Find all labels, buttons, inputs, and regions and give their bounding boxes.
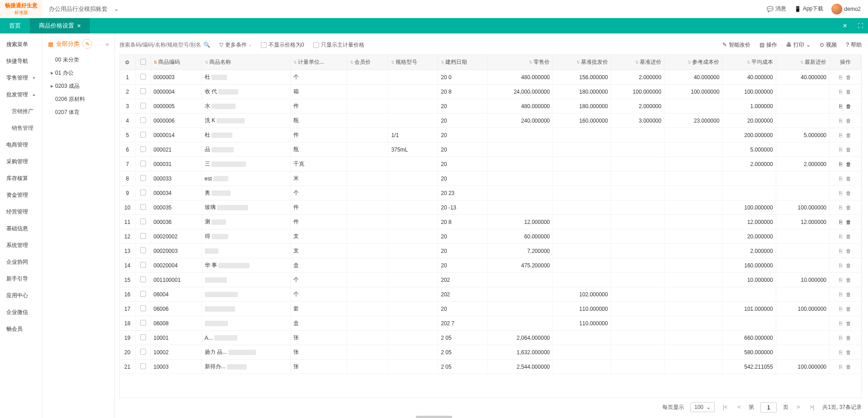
sidebar-item-inventory[interactable]: 库存核算: [0, 170, 42, 187]
sidebar-item-appcenter[interactable]: 应用中心: [0, 287, 42, 304]
table-row[interactable]: 10000035玻璃 件20 -13100.000000100.000000⎘🗑: [120, 200, 861, 215]
column-header[interactable]: ⇅计量单位...: [290, 55, 347, 70]
prev-page[interactable]: <: [736, 403, 742, 411]
column-header[interactable]: ⇅商品名称: [202, 55, 290, 70]
table-row[interactable]: 30000005水 件20480.000000180.0000002.00000…: [120, 99, 861, 114]
column-header[interactable]: [135, 55, 151, 70]
table-row[interactable]: 1400020004华 事 盒20475.200000160.000000⎘🗑: [120, 258, 861, 273]
search-input[interactable]: [119, 42, 201, 48]
more-filters[interactable]: ▽更多条件⌄: [219, 41, 252, 49]
ops-button[interactable]: ▤ 操作: [760, 41, 777, 49]
row-actions[interactable]: ⎘🗑: [832, 176, 858, 182]
column-header[interactable]: ⇅平均成本: [722, 55, 776, 70]
app-download-button[interactable]: 📱 App下载: [794, 5, 823, 13]
sidebar-item-wholesale[interactable]: 批发管理▲: [0, 86, 42, 103]
sidebar-quick-nav[interactable]: 快捷导航: [0, 53, 42, 70]
close-icon[interactable]: ✕: [77, 23, 81, 29]
row-actions[interactable]: ⎘🗑: [832, 248, 858, 254]
category-item[interactable]: ▶01 办公: [46, 66, 111, 80]
column-header[interactable]: 操作: [830, 55, 861, 70]
row-actions[interactable]: ⎘🗑: [832, 364, 858, 370]
column-header[interactable]: ⇅建档日期: [438, 55, 488, 70]
table-row[interactable]: 1200020002得 支2060.00000020.000000⎘🗑: [120, 229, 861, 244]
first-page[interactable]: |<: [721, 403, 729, 411]
table-row[interactable]: 1910001 A... 张2 052,064.000000660.000000…: [120, 331, 861, 345]
table-row[interactable]: 15001100001 个20210.00000010.000000⎘🗑: [120, 273, 861, 287]
edit-icon[interactable]: ✎: [82, 39, 92, 49]
table-row[interactable]: 1606004 个202102.000000⎘🗑: [120, 287, 861, 302]
account-set-selector[interactable]: 办公用品行业模拟账套 ⌄: [49, 5, 119, 13]
column-header[interactable]: ⇅最新进价: [776, 55, 829, 70]
column-header[interactable]: ⇅基准进价: [611, 55, 664, 70]
table-row[interactable]: 20000004收 代 箱20 824,000.000000180.000000…: [120, 85, 861, 99]
sidebar-item-operation[interactable]: 经营管理: [0, 204, 42, 220]
column-header[interactable]: ⇅零售价: [488, 55, 553, 70]
table-row[interactable]: 40000006洗 K 瓶20240.000000160.0000003.000…: [120, 114, 861, 128]
row-actions[interactable]: ⎘🗑: [832, 320, 858, 327]
sidebar-item-wechat[interactable]: 企业微信: [0, 304, 42, 321]
row-actions[interactable]: ⎘🗑: [832, 161, 858, 167]
category-item[interactable]: 00 未分类: [46, 53, 111, 66]
table-row[interactable]: 1706006 套20110.000000101.000000100.00000…: [120, 302, 861, 316]
row-actions[interactable]: ⎘🗑: [832, 204, 858, 211]
drag-handle[interactable]: [416, 416, 452, 418]
next-page[interactable]: >: [795, 403, 802, 411]
close-all-tabs[interactable]: ✕: [837, 18, 853, 33]
sidebar-sub-sales[interactable]: 销售管理: [0, 120, 42, 137]
table-row[interactable]: 9000034奥 个20 23⎘🗑: [120, 186, 861, 200]
row-actions[interactable]: ⎘🗑: [832, 233, 858, 240]
column-header[interactable]: ⇅基准批发价: [553, 55, 611, 70]
category-item[interactable]: 0207 体育: [46, 106, 111, 119]
table-row[interactable]: 10000003杜 个20 0480.000000156.0000002.000…: [120, 70, 861, 85]
row-actions[interactable]: ⎘🗑: [832, 74, 858, 81]
user-menu[interactable]: demo2: [831, 4, 861, 14]
messages-button[interactable]: 💬 消息: [767, 5, 786, 13]
collapse-icon[interactable]: «: [106, 41, 109, 48]
row-actions[interactable]: ⎘🗑: [832, 335, 858, 341]
row-actions[interactable]: ⎘🗑: [832, 118, 858, 124]
row-actions[interactable]: ⎘🗑: [832, 349, 858, 356]
row-actions[interactable]: ⎘🗑: [832, 132, 858, 138]
table-row[interactable]: 11000036测 件20 812.00000012.00000012.0000…: [120, 215, 861, 229]
sidebar-item-basics[interactable]: 基础信息: [0, 220, 42, 237]
row-actions[interactable]: ⎘🗑: [832, 190, 858, 196]
tab-price-settings[interactable]: 商品价格设置✕: [30, 18, 90, 33]
row-actions[interactable]: ⎘🗑: [832, 262, 858, 269]
row-actions[interactable]: ⎘🗑: [832, 103, 858, 109]
column-header[interactable]: ⇅会员价: [347, 55, 388, 70]
video-button[interactable]: ⊙ 视频: [820, 41, 837, 49]
table-row[interactable]: 7000031 三 千克202.0000002.000000⎘🗑: [120, 157, 861, 171]
table-row[interactable]: 50000014杜 件1/120200.0000005.000000⎘🗑: [120, 128, 861, 142]
table-row[interactable]: 1300020003 支207.2000002.000000⎘🗑: [120, 244, 861, 258]
table-row[interactable]: 6000021 品 瓶375mL205.000000⎘🗑: [120, 142, 861, 157]
sidebar-item-system[interactable]: 系统管理: [0, 237, 42, 254]
row-actions[interactable]: ⎘🗑: [832, 291, 858, 298]
only-main-checkbox[interactable]: 只显示主计量价格: [313, 41, 364, 49]
sidebar-search-menu[interactable]: 搜索菜单: [0, 36, 42, 53]
search-icon[interactable]: 🔍: [203, 42, 210, 48]
sidebar-item-member[interactable]: 畅会员: [0, 321, 42, 337]
column-header[interactable]: ⇅规格型号: [388, 55, 438, 70]
column-header[interactable]: ⇅商品编码: [151, 55, 202, 70]
row-actions[interactable]: ⎘🗑: [832, 89, 858, 95]
fullscreen-icon[interactable]: ⛶: [853, 18, 868, 33]
help-button[interactable]: ? 帮助: [846, 41, 862, 49]
row-actions[interactable]: ⎘🗑: [832, 306, 858, 312]
table-row[interactable]: 8000033 est 米20⎘🗑: [120, 171, 861, 186]
category-title[interactable]: 全部分类: [56, 40, 80, 48]
sidebar-item-funds[interactable]: 资金管理: [0, 187, 42, 204]
sidebar-sub-marketing[interactable]: 营销推广: [0, 103, 42, 120]
per-page-select[interactable]: 100 ⌄: [690, 402, 715, 412]
row-actions[interactable]: ⎘🗑: [832, 219, 858, 225]
column-header[interactable]: ⚙: [120, 55, 135, 70]
print-button[interactable]: 🖶 打印 ⌄: [786, 41, 811, 49]
column-header[interactable]: ⇅参考成本价: [664, 55, 722, 70]
last-page[interactable]: >|: [808, 403, 816, 411]
smart-edit-button[interactable]: ✎ 智能改价: [722, 41, 750, 49]
sidebar-item-guide[interactable]: 新手引导: [0, 271, 42, 287]
row-actions[interactable]: ⎘🗑: [832, 277, 858, 283]
row-actions[interactable]: ⎘🗑: [832, 147, 858, 153]
hide-zero-checkbox[interactable]: 不显示价格为0: [261, 41, 304, 49]
sidebar-item-ecommerce[interactable]: 电商管理: [0, 137, 42, 153]
tab-home[interactable]: 首页: [0, 18, 30, 33]
